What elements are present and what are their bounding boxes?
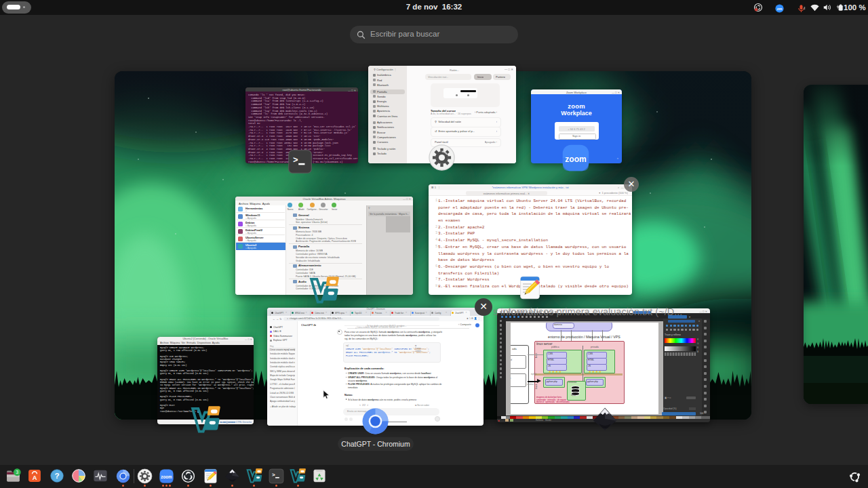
svg-text:>: > xyxy=(293,155,298,165)
svg-text:3: 3 xyxy=(16,470,18,475)
svg-text:?: ? xyxy=(54,471,59,480)
svg-text:>: > xyxy=(272,472,275,478)
svg-text:A: A xyxy=(33,474,37,481)
svg-text:zm: zm xyxy=(776,6,782,10)
svg-text:zoom: zoom xyxy=(565,155,587,164)
svg-text:zoom: zoom xyxy=(161,474,172,479)
